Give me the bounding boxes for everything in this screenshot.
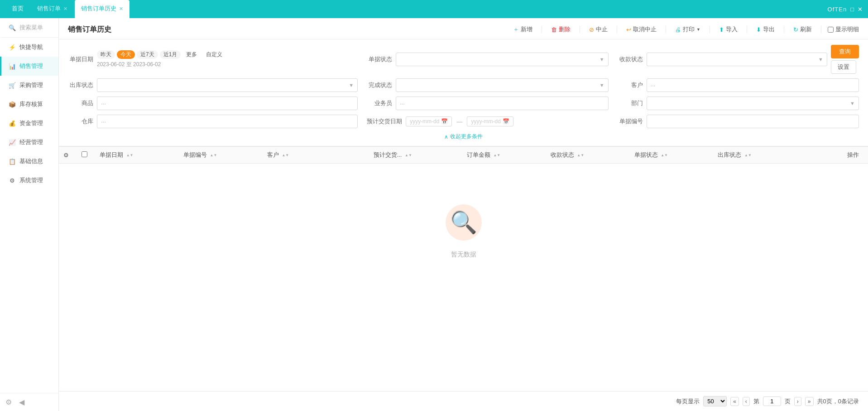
th-customer[interactable]: 客户 ▲▼ bbox=[263, 147, 369, 164]
filter-delivery-from[interactable]: yyyy-mm-dd 📅 bbox=[406, 116, 452, 126]
number-sort-icon: ▲▼ bbox=[210, 153, 217, 157]
settings-button[interactable]: 设置 bbox=[831, 60, 856, 74]
sidebar-item-sys-mgmt[interactable]: ⚙ 系统管理 bbox=[0, 171, 58, 190]
filter-item-department: 部门 ▼ bbox=[618, 97, 859, 110]
th-settings[interactable]: ⚙ bbox=[59, 147, 77, 164]
refresh-button[interactable]: ↻ 刷新 bbox=[791, 24, 815, 35]
filter-row-4: 仓库 ··· 预计交货日期 yyyy-mm-dd 📅 — yyyy bbox=[68, 115, 859, 128]
prev-page-button[interactable]: ‹ bbox=[743, 397, 750, 406]
filter-control-warehouse[interactable]: ··· bbox=[97, 115, 358, 128]
first-page-button[interactable]: « bbox=[730, 397, 739, 406]
filter-control-complete-status[interactable]: ▼ bbox=[396, 78, 608, 92]
filter-row-1: 单据日期 昨天 今天 近7天 近1月 更多 自定义 2023-06-02 至 2… bbox=[68, 45, 859, 74]
refresh-label: 刷新 bbox=[800, 25, 812, 34]
display-toggle[interactable]: 显示明细 bbox=[828, 25, 859, 34]
th-out-status[interactable]: 出库状态 ▲▼ bbox=[713, 147, 797, 164]
cancel-stop-icon: ↩ bbox=[626, 26, 631, 33]
filter-item-out-status: 出库状态 ▼ bbox=[68, 78, 358, 92]
settings-gear-icon[interactable]: ⚙ bbox=[63, 152, 69, 159]
page-size-select[interactable]: 50 10 20 100 bbox=[703, 396, 727, 406]
tab-home-label: 首页 bbox=[12, 5, 24, 13]
filter-label-payment-status: 收款状态 bbox=[618, 55, 647, 63]
tab-sales-order-close[interactable]: ✕ bbox=[63, 6, 67, 12]
next-page-button[interactable]: › bbox=[794, 397, 801, 406]
page-title-bar: 销售订单历史 ＋ 新增 🗑 删除 ⊘ 中止 ↩ bbox=[59, 18, 868, 39]
sys-mgmt-icon: ⚙ bbox=[9, 177, 16, 184]
page-suffix: 页 bbox=[785, 397, 791, 406]
layout: 🔍 搜索菜单 ⚡ 快捷导航 📊 销售管理 🛒 采购管理 📦 库存核算 💰 资金管… bbox=[0, 18, 868, 411]
filter-label-out-status: 出库状态 bbox=[68, 81, 97, 89]
delivery-from-placeholder: yyyy-mm-dd bbox=[410, 118, 439, 125]
th-checkbox[interactable] bbox=[77, 147, 95, 164]
empty-text: 暂无数据 bbox=[451, 251, 476, 259]
select-all-checkbox[interactable] bbox=[82, 151, 87, 157]
base-info-icon: 📋 bbox=[9, 158, 16, 165]
collapse-button[interactable]: ∧ 收起更多条件 bbox=[68, 133, 859, 140]
filter-item-salesperson: 业务员 ··· bbox=[367, 97, 608, 110]
date-chip-more[interactable]: 更多 bbox=[182, 50, 201, 59]
sidebar-item-quick-nav[interactable]: ⚡ 快捷导航 bbox=[0, 38, 58, 57]
import-button[interactable]: ⬆ 导入 bbox=[716, 24, 740, 35]
th-number-label: 单据编号 bbox=[183, 151, 207, 158]
tab-home[interactable]: 首页 bbox=[5, 0, 30, 18]
new-button[interactable]: ＋ 新增 bbox=[510, 24, 535, 35]
import-label: 导入 bbox=[726, 25, 738, 34]
th-payment-status-label: 收款状态 bbox=[551, 151, 574, 158]
th-amount[interactable]: 订单金额 ▲▼ bbox=[462, 147, 546, 164]
close-icon[interactable]: ✕ bbox=[858, 6, 863, 13]
print-button[interactable]: 🖨 打印 ▼ bbox=[672, 24, 703, 35]
filter-item-delivery-date: 预计交货日期 yyyy-mm-dd 📅 — yyyy-mm-dd 📅 bbox=[367, 116, 608, 126]
tab-sales-order-history-label: 销售订单历史 bbox=[81, 5, 116, 13]
filter-delivery-to[interactable]: yyyy-mm-dd 📅 bbox=[467, 116, 513, 126]
filter-control-customer[interactable]: ··· bbox=[647, 78, 859, 92]
top-bar: 首页 销售订单 ✕ 销售订单历史 ✕ OfTEn □ ✕ bbox=[0, 0, 868, 18]
date-separator: — bbox=[454, 118, 465, 125]
export-button[interactable]: ⬇ 导出 bbox=[753, 24, 777, 35]
print-arrow-icon: ▼ bbox=[696, 27, 700, 32]
last-page-button[interactable]: » bbox=[805, 397, 814, 406]
date-chip-today[interactable]: 今天 bbox=[117, 50, 135, 59]
tab-sales-order-history[interactable]: 销售订单历史 ✕ bbox=[75, 0, 129, 18]
empty-row: 🔍 暂无数据 bbox=[59, 164, 868, 295]
tab-sales-order[interactable]: 销售订单 ✕ bbox=[31, 0, 74, 18]
th-payment-status[interactable]: 收款状态 ▲▼ bbox=[546, 147, 630, 164]
doc-status-chevron-icon: ▼ bbox=[599, 57, 604, 62]
date-chip-yesterday[interactable]: 昨天 bbox=[97, 50, 115, 59]
calendar-to-icon: 📅 bbox=[503, 118, 509, 125]
delete-button[interactable]: 🗑 删除 bbox=[548, 24, 573, 35]
divider-8 bbox=[821, 26, 821, 33]
sidebar-item-inventory[interactable]: 📦 库存核算 bbox=[0, 95, 58, 114]
sidebar-search[interactable]: 🔍 搜索菜单 bbox=[0, 18, 58, 38]
th-date[interactable]: 单据日期 ▲▼ bbox=[95, 147, 179, 164]
restore-icon[interactable]: □ bbox=[850, 6, 854, 13]
sidebar-item-sales-mgmt[interactable]: 📊 销售管理 bbox=[0, 57, 58, 76]
filter-item-warehouse: 仓库 ··· bbox=[68, 115, 358, 128]
date-chip-1month[interactable]: 近1月 bbox=[160, 50, 181, 59]
cancel-stop-button[interactable]: ↩ 取消中止 bbox=[623, 24, 659, 35]
date-chip-7days[interactable]: 近7天 bbox=[137, 50, 158, 59]
display-toggle-checkbox[interactable] bbox=[828, 27, 834, 33]
filter-control-payment-status[interactable]: ▼ bbox=[647, 53, 827, 66]
th-number[interactable]: 单据编号 ▲▼ bbox=[179, 147, 263, 164]
stop-button[interactable]: ⊘ 中止 bbox=[586, 24, 610, 35]
sidebar-item-purchase-mgmt[interactable]: 🛒 采购管理 bbox=[0, 76, 58, 95]
filter-control-doc-status[interactable]: ▼ bbox=[396, 53, 608, 66]
filter-control-out-status[interactable]: ▼ bbox=[97, 78, 358, 92]
th-delivery-date[interactable]: 预计交货... ▲▼ bbox=[369, 147, 462, 164]
table-area: ⚙ 单据日期 ▲▼ 单据编号 ▲▼ bbox=[59, 146, 868, 391]
filter-control-product[interactable]: ··· bbox=[97, 97, 358, 110]
sidebar-collapse-icon[interactable]: ◀ bbox=[19, 398, 24, 406]
tab-sales-order-history-close[interactable]: ✕ bbox=[119, 6, 123, 12]
filter-control-department[interactable]: ▼ bbox=[647, 97, 859, 110]
sidebar-item-operations[interactable]: 📈 经营管理 bbox=[0, 133, 58, 152]
filter-control-salesperson[interactable]: ··· bbox=[396, 97, 608, 110]
date-chip-custom[interactable]: 自定义 bbox=[202, 50, 226, 59]
th-doc-status[interactable]: 单据状态 ▲▼ bbox=[630, 147, 714, 164]
page-input[interactable] bbox=[763, 396, 781, 406]
sidebar-settings-icon[interactable]: ⚙ bbox=[5, 398, 12, 406]
filter-label-salesperson: 业务员 bbox=[367, 99, 396, 107]
filter-control-doc-number[interactable] bbox=[647, 115, 859, 128]
sidebar-item-finance[interactable]: 💰 资金管理 bbox=[0, 114, 58, 133]
sidebar-item-base-info[interactable]: 📋 基础信息 bbox=[0, 152, 58, 171]
query-button[interactable]: 查询 bbox=[831, 45, 859, 58]
